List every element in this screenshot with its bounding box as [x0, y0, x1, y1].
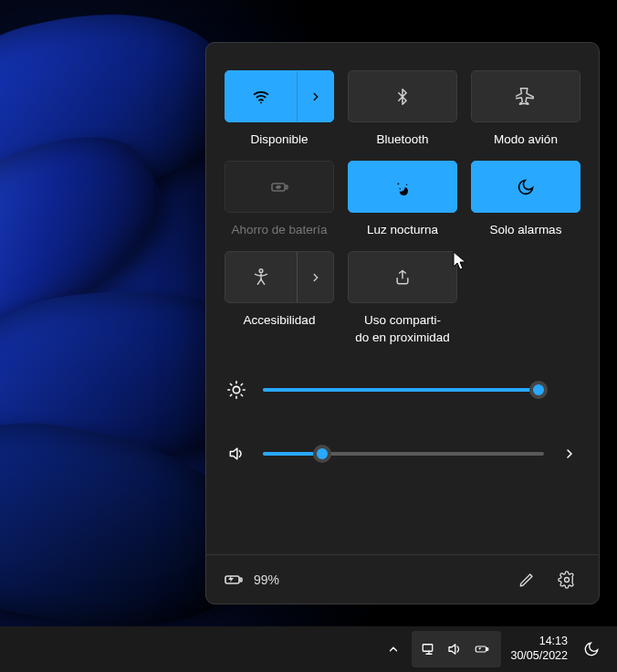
sliders-area [206, 346, 599, 496]
panel-footer: 99% [206, 554, 599, 604]
svg-point-10 [565, 577, 570, 582]
svg-point-5 [406, 184, 407, 184]
tray-overflow-button[interactable] [379, 631, 408, 667]
volume-thumb[interactable] [313, 445, 331, 463]
battery-status-text: 99% [254, 572, 279, 587]
share-icon [393, 268, 412, 287]
svg-point-3 [398, 183, 400, 184]
night-light-label: Luz nocturna [367, 222, 438, 238]
volume-output-button[interactable] [560, 446, 579, 461]
brightness-track[interactable] [263, 388, 544, 392]
svg-rect-2 [286, 185, 288, 189]
airplane-tile[interactable] [471, 70, 580, 122]
battery-status-icon [223, 569, 245, 591]
taskbar-time: 14:13 [539, 635, 568, 649]
brightness-slider[interactable] [226, 368, 579, 412]
volume-tray-icon [446, 641, 463, 657]
brightness-thumb[interactable] [529, 381, 548, 399]
night-light-icon [392, 177, 413, 197]
taskbar-clock[interactable]: 14:13 30/05/2022 [505, 631, 573, 667]
accessibility-expand-button[interactable] [297, 252, 333, 302]
volume-icon [226, 445, 246, 463]
svg-rect-8 [225, 576, 239, 583]
tiles-grid: Disponible Bluetooth Modo avión [206, 43, 599, 346]
accessibility-tile[interactable] [225, 251, 334, 303]
system-tray[interactable] [412, 631, 501, 667]
edit-quick-settings-button[interactable] [511, 564, 542, 595]
bluetooth-label: Bluetooth [376, 131, 428, 148]
battery-saver-label: Ahorro de batería [231, 222, 327, 238]
volume-slider[interactable] [226, 432, 579, 476]
nearby-share-tile[interactable] [348, 251, 457, 303]
airplane-label: Modo avión [494, 131, 558, 148]
svg-rect-12 [476, 646, 486, 652]
notification-center-button[interactable] [577, 631, 606, 667]
svg-rect-11 [424, 645, 434, 652]
accessibility-label: Accesibilidad [244, 312, 316, 329]
brightness-icon [226, 380, 246, 400]
airplane-icon [516, 87, 536, 107]
alarms-only-tile[interactable] [471, 161, 580, 213]
bluetooth-icon [393, 88, 412, 106]
battery-tray-icon [472, 641, 492, 657]
wifi-icon [225, 87, 297, 107]
network-tray-icon [421, 641, 437, 657]
taskbar: 14:13 30/05/2022 [0, 626, 617, 672]
open-settings-button[interactable] [551, 564, 582, 595]
taskbar-date: 30/05/2022 [510, 649, 568, 664]
wifi-tile[interactable] [225, 70, 334, 122]
quick-settings-panel: Disponible Bluetooth Modo avión [205, 42, 600, 604]
nearby-share-label: Uso comparti- do en proximidad [355, 312, 450, 345]
alarms-only-label: Solo alarmas [490, 222, 562, 238]
accessibility-icon [225, 268, 297, 288]
wifi-label: Disponible [250, 131, 308, 148]
moon-icon [517, 178, 535, 196]
volume-track[interactable] [263, 452, 544, 456]
battery-leaf-icon [268, 176, 290, 198]
svg-point-0 [260, 101, 262, 103]
svg-rect-13 [487, 648, 489, 651]
battery-saver-tile [225, 161, 334, 213]
svg-point-7 [233, 386, 239, 393]
wifi-expand-button[interactable] [297, 71, 333, 121]
night-light-tile[interactable] [348, 161, 457, 213]
svg-point-6 [259, 269, 263, 273]
svg-rect-9 [240, 578, 242, 582]
bluetooth-tile[interactable] [348, 70, 457, 122]
svg-point-4 [400, 188, 401, 189]
